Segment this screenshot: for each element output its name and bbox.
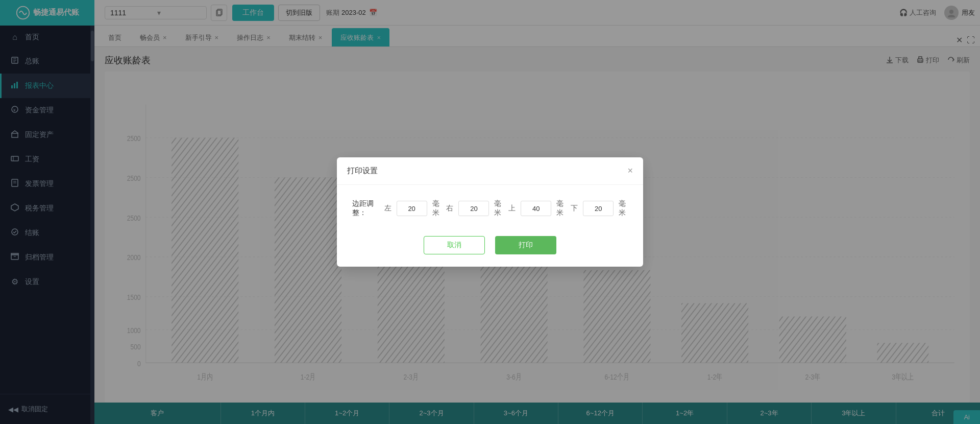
modal-header: 打印设置 × bbox=[337, 157, 643, 185]
margin-right-input[interactable] bbox=[458, 201, 489, 216]
confirm-print-button[interactable]: 打印 bbox=[495, 236, 556, 254]
left-unit: 毫米 bbox=[432, 199, 442, 218]
bottom-dir-label: 下 bbox=[571, 204, 578, 213]
margin-bottom-input[interactable] bbox=[583, 201, 614, 216]
print-settings-dialog: 打印设置 × 边距调整： 左 毫米 右 毫米 上 毫米 下 毫米 取消 打印 bbox=[337, 157, 643, 267]
modal-close-button[interactable]: × bbox=[627, 166, 633, 176]
modal-overlay: 打印设置 × 边距调整： 左 毫米 右 毫米 上 毫米 下 毫米 取消 打印 bbox=[0, 0, 980, 424]
top-dir-label: 上 bbox=[508, 204, 516, 213]
margin-label: 边距调整： bbox=[352, 199, 375, 218]
margin-left-input[interactable] bbox=[397, 201, 427, 216]
margin-row: 边距调整： 左 毫米 右 毫米 上 毫米 下 毫米 bbox=[352, 199, 628, 218]
modal-title: 打印设置 bbox=[347, 166, 378, 176]
right-unit: 毫米 bbox=[494, 199, 503, 218]
modal-footer: 取消 打印 bbox=[337, 228, 643, 267]
top-unit: 毫米 bbox=[556, 199, 566, 218]
right-dir-label: 右 bbox=[446, 204, 453, 213]
margin-top-input[interactable] bbox=[521, 201, 551, 216]
modal-body: 边距调整： 左 毫米 右 毫米 上 毫米 下 毫米 bbox=[337, 185, 643, 228]
cancel-button[interactable]: 取消 bbox=[424, 236, 485, 254]
left-dir-label: 左 bbox=[384, 204, 391, 213]
bottom-unit: 毫米 bbox=[619, 199, 628, 218]
